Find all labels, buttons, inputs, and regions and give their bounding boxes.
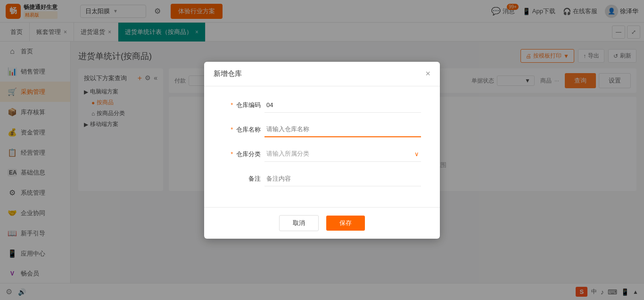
form-row-code: * 仓库编码 [223, 98, 421, 113]
remark-label: 备注 [223, 175, 261, 183]
dialog-title: 新增仓库 [214, 69, 242, 78]
name-label: * 仓库名称 [223, 125, 261, 134]
form-row-remark: 备注 [223, 171, 421, 186]
cancel-button[interactable]: 取消 [279, 215, 319, 231]
dialog-close-icon[interactable]: × [425, 69, 430, 78]
category-label: * 仓库分类 [223, 150, 261, 158]
code-label: * 仓库编码 [223, 101, 261, 109]
required-marker-3: * [231, 150, 233, 158]
dialog-body: * 仓库编码 * 仓库名称 * 仓库分类 请输入所属 [204, 86, 440, 207]
required-marker-2: * [231, 126, 233, 133]
form-row-category: * 仓库分类 请输入所属分类 ∨ [223, 147, 421, 162]
remark-input[interactable] [264, 171, 421, 186]
dialog-footer: 取消 保存 [204, 207, 440, 239]
dialog-add-warehouse: 新增仓库 × * 仓库编码 * 仓库名称 [204, 62, 440, 239]
required-marker: * [231, 101, 233, 108]
category-dropdown-icon: ∨ [414, 150, 419, 158]
form-row-name: * 仓库名称 [223, 122, 421, 137]
category-placeholder: 请输入所属分类 [266, 150, 309, 158]
save-button[interactable]: 保存 [326, 216, 365, 231]
dialog-header: 新增仓库 × [204, 62, 440, 86]
modal-overlay[interactable]: 新增仓库 × * 仓库编码 * 仓库名称 [0, 0, 644, 300]
warehouse-name-input[interactable] [264, 122, 421, 137]
category-select[interactable]: 请输入所属分类 ∨ [264, 147, 421, 162]
code-input[interactable] [264, 98, 421, 113]
